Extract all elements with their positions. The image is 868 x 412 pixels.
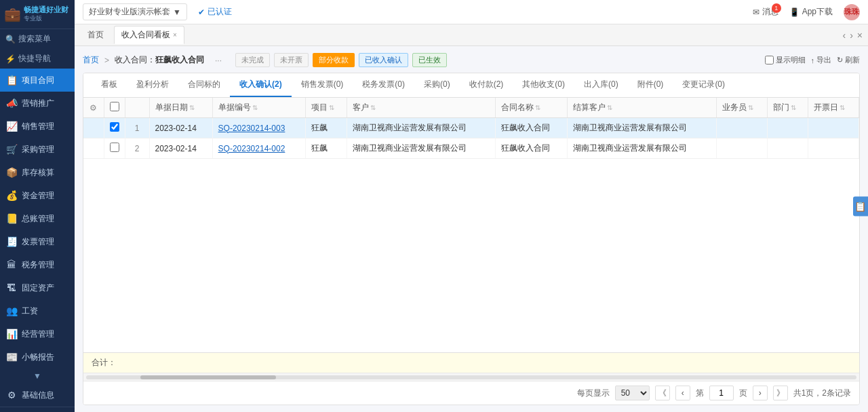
scrollbar-track[interactable] xyxy=(86,375,856,379)
last-page-btn[interactable]: 》 xyxy=(773,386,788,400)
status-confirmed[interactable]: 已收入确认 xyxy=(359,53,408,67)
tab-home[interactable]: 首页 xyxy=(80,26,111,44)
th-dept[interactable]: 部门⇅ xyxy=(767,98,808,118)
select-all-checkbox[interactable] xyxy=(110,102,119,111)
subtab-change-log[interactable]: 变更记录(0) xyxy=(673,73,734,97)
sidebar-item-ops[interactable]: 📊 经营管理 xyxy=(0,322,75,345)
status-not-invoiced[interactable]: 未开票 xyxy=(274,53,309,67)
subtab-attachments[interactable]: 附件(0) xyxy=(628,73,673,97)
sort-salesman-icon: ⇅ xyxy=(748,104,753,111)
subtab-payment[interactable]: 收付款(2) xyxy=(460,73,513,97)
subtab-purchase[interactable]: 采购(0) xyxy=(414,73,460,97)
sidebar-item-purchase[interactable]: 🛒 采购管理 xyxy=(0,138,75,161)
breadcrumb-home[interactable]: 首页 xyxy=(83,54,99,66)
app-download-btn[interactable]: 📱 App下载 xyxy=(789,6,833,18)
tab-close-btn[interactable]: × xyxy=(173,31,177,39)
th-date[interactable]: 单据日期⇅ xyxy=(149,98,212,118)
order-no-link[interactable]: SQ-20230214-002 xyxy=(218,144,285,153)
cell-order-no[interactable]: SQ-20230214-002 xyxy=(212,138,305,159)
th-settings[interactable]: ⚙ xyxy=(83,98,104,118)
scrollbar-thumb[interactable] xyxy=(140,375,276,379)
status-incomplete[interactable]: 未完成 xyxy=(235,53,270,67)
sidebar-item-funds[interactable]: 💰 资金管理 xyxy=(0,184,75,207)
status-effective[interactable]: 已生效 xyxy=(412,53,447,67)
sidebar-item-invoice[interactable]: 🧾 发票管理 xyxy=(0,230,75,253)
subtab-other-income[interactable]: 其他收支(0) xyxy=(513,73,574,97)
per-page-select[interactable]: 50 100 200 xyxy=(615,386,650,400)
th-check[interactable] xyxy=(104,98,125,118)
th-project[interactable]: 项目⇅ xyxy=(306,98,347,118)
tabbar: 首页 收入合同看板 × ‹ › × xyxy=(75,24,868,46)
horizontal-scrollbar[interactable] xyxy=(83,373,859,381)
message-btn[interactable]: ✉ 消息 1 xyxy=(753,6,778,18)
unpin-btn[interactable]: 📌 取消固定 xyxy=(0,407,75,412)
subtab-kanban[interactable]: 看板 xyxy=(92,73,127,97)
th-open-date[interactable]: 开票日⇅ xyxy=(808,98,859,118)
right-panel-btn[interactable]: 📋 xyxy=(853,196,868,216)
subtab-profit[interactable]: 盈利分析 xyxy=(127,73,178,97)
cell-order-no[interactable]: SQ-20230214-003 xyxy=(212,118,305,138)
cell-check[interactable] xyxy=(104,138,125,159)
tab-nav-prev[interactable]: ‹ xyxy=(842,30,846,41)
sidebar-item-general[interactable]: 📒 总账管理 xyxy=(0,207,75,230)
th-final-customer[interactable]: 结算客户⇅ xyxy=(568,98,717,118)
company-selector[interactable]: 好业财专业版演示帐套 ▼ xyxy=(83,3,187,20)
verified-badge: ✔ 已认证 xyxy=(198,6,232,18)
verified-icon: ✔ xyxy=(198,7,205,17)
table-row[interactable]: 1 2023-02-14 SQ-20230214-003 狂飙 湖南卫视商业运营… xyxy=(83,118,859,138)
sidebar-item-basic[interactable]: ⚙ 基础信息 xyxy=(0,383,75,407)
verified-label: 已认证 xyxy=(208,6,232,18)
th-contract[interactable]: 合同名称⇅ xyxy=(496,98,568,118)
th-order-no[interactable]: 单据编号⇅ xyxy=(212,98,305,118)
cell-project: 狂飙 xyxy=(306,118,347,138)
row-checkbox[interactable] xyxy=(110,143,119,152)
topbar-right: ✉ 消息 1 📱 App下载 珠珠 xyxy=(753,4,860,20)
tab-income-contract[interactable]: 收入合同看板 × xyxy=(114,26,184,44)
page-input[interactable] xyxy=(709,386,734,400)
subtab-warehouse[interactable]: 出入库(0) xyxy=(574,73,628,97)
user-avatar[interactable]: 珠珠 xyxy=(844,4,860,20)
th-salesman[interactable]: 业务员⇅ xyxy=(716,98,767,118)
th-customer[interactable]: 客户⇅ xyxy=(347,98,496,118)
tab-nav-next[interactable]: › xyxy=(850,30,853,41)
subtab-income-confirm[interactable]: 收入确认(2) xyxy=(230,73,292,97)
tab-nav-close[interactable]: × xyxy=(857,30,863,41)
sidebar-item-label-invoice: 发票管理 xyxy=(22,236,54,248)
order-no-link[interactable]: SQ-20230214-003 xyxy=(218,124,285,133)
show-detail-checkbox[interactable]: 显示明细 xyxy=(765,55,806,65)
prev-page-btn[interactable]: ‹ xyxy=(675,386,690,400)
refresh-btn[interactable]: ↻ 刷新 xyxy=(837,55,860,65)
export-btn[interactable]: ↑ 导出 xyxy=(811,55,832,65)
sidebar-item-sales[interactable]: 📈 销售管理 xyxy=(0,115,75,138)
company-dropdown-icon: ▼ xyxy=(173,7,181,17)
status-partial-received[interactable]: 部分收款 xyxy=(313,53,355,67)
report-icon: 📰 xyxy=(5,351,18,363)
settings-icon[interactable]: ⚙ xyxy=(90,103,97,113)
sidebar-item-inventory[interactable]: 📦 库存核算 xyxy=(0,161,75,184)
sidebar-item-project[interactable]: 📋 项目合同 xyxy=(0,69,75,92)
search-menu[interactable]: 🔍 搜索菜单 xyxy=(0,29,75,49)
table-row[interactable]: 2 2023-02-14 SQ-20230214-002 狂飙 湖南卫视商业运营… xyxy=(83,138,859,159)
main-area: 好业财专业版演示帐套 ▼ ✔ 已认证 ✉ 消息 1 📱 App下载 珠珠 首页 xyxy=(75,0,868,412)
breadcrumb-sep: > xyxy=(104,56,109,65)
quick-nav-btn[interactable]: ⚡ 快捷导航 xyxy=(0,49,75,69)
sidebar-scroll-down[interactable]: ▼ xyxy=(0,369,75,383)
sidebar-item-assets[interactable]: 🏗 固定资产 xyxy=(0,276,75,299)
sidebar-item-marketing[interactable]: 📣 营销推广 xyxy=(0,92,75,115)
subtab-tax-invoice[interactable]: 税务发票(0) xyxy=(353,73,414,97)
subtab-sales-invoice[interactable]: 销售发票(0) xyxy=(292,73,353,97)
subtab-contract-std[interactable]: 合同标的 xyxy=(178,73,230,97)
next-page-btn[interactable]: › xyxy=(753,386,768,400)
page-suffix: 页 xyxy=(739,388,747,399)
tab-nav-icons: ‹ › × xyxy=(842,30,863,41)
sidebar-item-hr[interactable]: 👥 工资 xyxy=(0,299,75,322)
sidebar-item-label-ops: 经营管理 xyxy=(22,329,54,340)
sidebar-item-tax[interactable]: 🏛 税务管理 xyxy=(0,253,75,276)
sidebar-item-report[interactable]: 📰 小畅报告 xyxy=(0,345,75,369)
page-header: 首页 > 收入合同：狂飙收入合同 ··· 未完成 未开票 部分收款 已收入确认 … xyxy=(83,53,860,67)
cell-check[interactable] xyxy=(104,118,125,138)
page-more-btn[interactable]: ··· xyxy=(215,56,222,65)
first-page-btn[interactable]: 《 xyxy=(655,386,670,400)
show-detail-input[interactable] xyxy=(765,56,774,64)
row-checkbox[interactable] xyxy=(110,122,119,132)
